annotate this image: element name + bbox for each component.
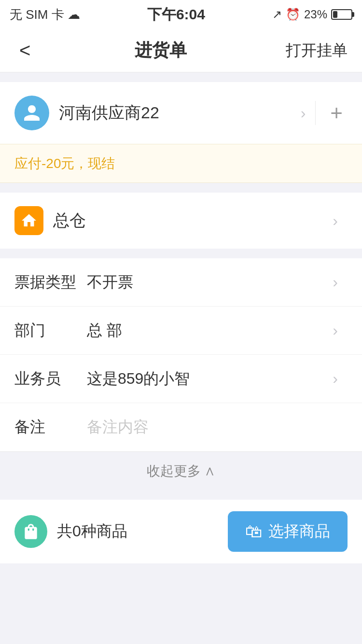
alarm-icon: ⏰ <box>286 8 300 21</box>
warehouse-chevron-icon: › <box>333 212 338 230</box>
section-gap-1 <box>0 72 362 82</box>
remark-row[interactable]: 备注 备注内容 <box>0 403 362 451</box>
supplier-section: 河南供应商22 › + 应付-20元，现结 <box>0 82 362 183</box>
department-value: 总 部 <box>87 320 333 341</box>
battery-percent: 23% <box>304 8 327 21</box>
department-row[interactable]: 部门 总 部 › <box>0 307 362 355</box>
page-title: 进货单 <box>135 39 187 62</box>
remark-label: 备注 <box>14 417 87 438</box>
sim-status: 无 SIM 卡 ☁ <box>10 6 80 23</box>
notice-text: 应付-20元，现结 <box>14 156 115 171</box>
collapse-label: 收起更多 ∧ <box>147 462 216 480</box>
department-label: 部门 <box>14 320 87 341</box>
status-bar: 无 SIM 卡 ☁ 下午6:04 ↗ ⏰ 23% <box>0 0 362 29</box>
location-icon: ↗ <box>272 8 282 21</box>
status-time: 下午6:04 <box>147 5 205 25</box>
ticket-type-value: 不开票 <box>87 272 333 293</box>
bottom-space <box>0 563 362 644</box>
back-button[interactable]: < <box>14 35 35 66</box>
salesperson-row[interactable]: 业务员 这是859的小智 › <box>0 355 362 403</box>
supplier-name: 河南供应商22 <box>59 102 301 124</box>
product-bar: 共0种商品 🛍 选择商品 <box>0 500 362 563</box>
warehouse-section: 总仓 › <box>0 193 362 249</box>
supplier-avatar <box>14 96 49 130</box>
person-icon <box>22 103 42 123</box>
form-section: 票据类型 不开票 › 部门 总 部 › 业务员 这是859的小智 › 备注 备注… <box>0 258 362 451</box>
remark-input[interactable]: 备注内容 <box>87 417 348 438</box>
status-right: ↗ ⏰ 23% <box>272 8 352 21</box>
vertical-divider <box>315 101 316 125</box>
shopping-bag-icon <box>22 522 40 541</box>
product-count: 共0种商品 <box>57 521 228 542</box>
ticket-type-label: 票据类型 <box>14 272 87 293</box>
home-icon <box>20 212 38 229</box>
warehouse-icon <box>14 206 43 235</box>
supplier-chevron-icon: › <box>301 104 306 122</box>
open-pending-button[interactable]: 打开挂单 <box>286 40 348 61</box>
ticket-type-chevron-icon: › <box>333 273 338 291</box>
nav-bar: < 进货单 打开挂单 <box>0 29 362 72</box>
warehouse-name: 总仓 <box>53 210 333 232</box>
salesperson-label: 业务员 <box>14 368 87 390</box>
add-supplier-button[interactable]: + <box>325 101 348 125</box>
salesperson-value: 这是859的小智 <box>87 368 333 390</box>
warehouse-row[interactable]: 总仓 › <box>0 193 362 249</box>
battery-icon <box>331 9 352 20</box>
department-chevron-icon: › <box>333 322 338 339</box>
select-product-icon: 🛍 <box>245 521 263 542</box>
collapse-row[interactable]: 收起更多 ∧ <box>0 451 362 490</box>
section-gap-2 <box>0 183 362 193</box>
select-product-label: 选择商品 <box>268 521 330 542</box>
ticket-type-row[interactable]: 票据类型 不开票 › <box>0 258 362 307</box>
notice-bar: 应付-20元，现结 <box>0 144 362 183</box>
select-product-button[interactable]: 🛍 选择商品 <box>228 511 348 552</box>
supplier-row[interactable]: 河南供应商22 › + <box>0 82 362 144</box>
status-left: 无 SIM 卡 ☁ <box>10 6 80 23</box>
product-icon <box>14 515 47 548</box>
salesperson-chevron-icon: › <box>333 370 338 388</box>
